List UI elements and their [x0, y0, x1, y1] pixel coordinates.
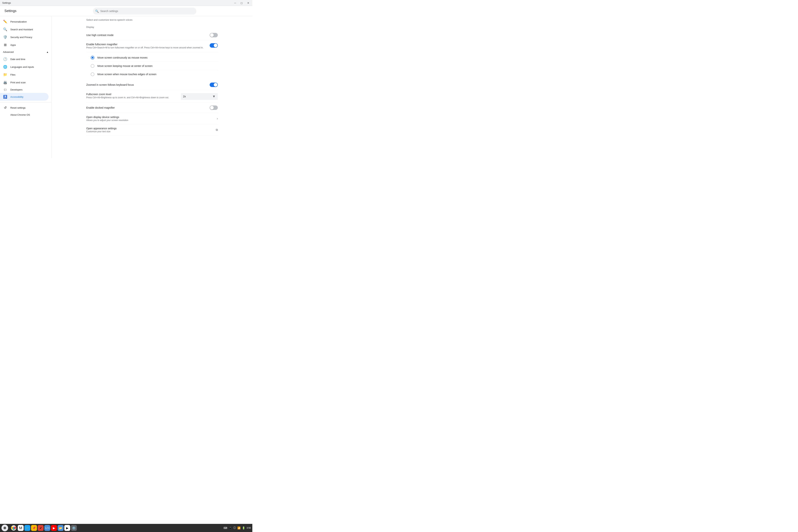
sidebar-item-languages-and-inputs[interactable]: 🌐 Languages and inputs: [0, 63, 49, 71]
fullscreen-magnifier-track[interactable]: [210, 43, 218, 48]
dropdown-arrow-icon: ▼: [212, 95, 215, 98]
sidebar-advanced-section[interactable]: Advanced ▲: [0, 49, 52, 55]
page-title: Settings: [4, 9, 41, 13]
sidebar-item-label: Date and time: [10, 58, 25, 61]
search-nav-icon: 🔍: [3, 27, 7, 32]
magnifier-radio-group: Move screen continuously as mouse moves …: [86, 52, 218, 80]
fullscreen-magnifier-title: Enable fullscreen magnifier: [86, 43, 207, 46]
appearance-row[interactable]: Open appearance settings Customize your …: [86, 124, 218, 136]
search-icon: 🔍: [95, 9, 99, 13]
keyboard-focus-title: Zoomed in screen follows keyboard focus: [86, 83, 207, 86]
sidebar-item-apps[interactable]: ⊞ Apps: [0, 41, 49, 49]
sidebar-item-date-and-time[interactable]: 🕐 Date and time: [0, 55, 49, 63]
display-device-info: Open display device settings Allows you …: [86, 116, 217, 121]
appearance-desc: Customize your text size: [86, 130, 216, 133]
sidebar-item-label: Files: [10, 73, 15, 76]
sidebar-item-label: About Chrome OS: [10, 113, 30, 116]
close-button[interactable]: ✕: [246, 1, 250, 5]
radio-label-2: Move screen when mouse touches edges of …: [97, 73, 156, 76]
sidebar-item-developers[interactable]: ⟨⟩ Developers: [0, 86, 49, 93]
titlebar-title: Settings: [2, 1, 11, 4]
docked-magnifier-title: Enable docked magnifier: [86, 106, 207, 109]
docked-magnifier-thumb: [210, 106, 214, 110]
external-link-icon: ⧉: [216, 128, 218, 132]
radio-move-edges[interactable]: Move screen when mouse touches edges of …: [91, 70, 218, 78]
sidebar-item-label: Reset settings: [10, 107, 25, 109]
sidebar-divider: [0, 102, 52, 102]
high-contrast-track[interactable]: [210, 33, 218, 37]
zoom-level-dropdown[interactable]: 2x ▼: [181, 93, 218, 100]
top-caption: Select and customize text-to-speech voic…: [86, 16, 218, 23]
sidebar-item-security-and-privacy[interactable]: 🛡️ Security and Privacy: [0, 33, 49, 41]
keyboard-focus-thumb: [214, 83, 217, 87]
sidebar-item-about-chrome-os[interactable]: About Chrome OS: [0, 112, 49, 118]
keyboard-focus-toggle[interactable]: [210, 82, 218, 87]
sidebar-item-label: Developers: [10, 88, 22, 91]
radio-circle-1: [91, 64, 94, 68]
chevron-up-icon: ▲: [46, 51, 49, 53]
zoom-level-row: Fullscreen zoom level Press Ctrl+Alt+Bri…: [86, 90, 218, 103]
high-contrast-title: Use high contrast mode: [86, 34, 207, 37]
advanced-label: Advanced: [3, 51, 45, 53]
shield-icon: 🛡️: [3, 35, 7, 39]
high-contrast-row: Use high contrast mode: [86, 30, 218, 40]
radio-circle-2: [91, 72, 94, 76]
titlebar-controls: ─ ◻ ✕: [233, 1, 250, 5]
sidebar-item-label: Languages and inputs: [10, 65, 34, 68]
folder-icon: 📁: [3, 73, 7, 77]
keyboard-focus-row: Zoomed in screen follows keyboard focus: [86, 80, 218, 90]
main-content: Select and customize text-to-speech voic…: [52, 16, 252, 158]
sidebar-item-label: Search and Assistant: [10, 28, 33, 31]
display-section-header: Display: [86, 23, 218, 30]
search-input[interactable]: [93, 7, 196, 15]
sidebar-item-label: Print and scan: [10, 81, 26, 84]
sidebar-item-reset-settings[interactable]: ↺ Reset settings: [0, 104, 49, 112]
docked-magnifier-toggle[interactable]: [210, 106, 218, 110]
sidebar-item-print-and-scan[interactable]: 🖨️ Print and scan: [0, 78, 49, 86]
search-bar: 🔍: [93, 7, 196, 15]
radio-move-center[interactable]: Move screen keeping mouse at center of s…: [91, 62, 218, 70]
sidebar-item-label: Personalization: [10, 20, 27, 23]
globe-icon: 🌐: [3, 65, 7, 69]
printer-icon: 🖨️: [3, 80, 7, 84]
docked-magnifier-track[interactable]: [210, 106, 218, 110]
fullscreen-magnifier-desc: Press Ctrl+Search+M to turn fullscreen m…: [86, 46, 207, 49]
high-contrast-toggle[interactable]: [210, 33, 218, 37]
chevron-right-icon: ›: [217, 117, 218, 120]
sidebar-item-label: Apps: [10, 43, 16, 46]
minimize-button[interactable]: ─: [233, 1, 237, 5]
app-header: Settings 🔍: [0, 6, 252, 16]
fullscreen-magnifier-thumb: [214, 43, 217, 47]
zoom-level-desc: Press Ctrl+Alt+Brightness up to zoom in,…: [86, 96, 178, 99]
fullscreen-magnifier-toggle[interactable]: [210, 43, 218, 48]
apps-icon: ⊞: [3, 43, 7, 47]
fullscreen-magnifier-row: Enable fullscreen magnifier Press Ctrl+S…: [86, 40, 218, 52]
display-device-title: Open display device settings: [86, 116, 217, 119]
accessibility-icon: ♿: [3, 95, 7, 99]
sidebar-item-search-and-assistant[interactable]: 🔍 Search and Assistant: [0, 25, 49, 33]
main-layout: ✏️ Personalization 🔍 Search and Assistan…: [0, 16, 252, 158]
keyboard-focus-track[interactable]: [210, 82, 218, 87]
display-device-desc: Allows you to adjust your screen resolut…: [86, 119, 217, 121]
clock-icon: 🕐: [3, 57, 7, 61]
sidebar-item-files[interactable]: 📁 Files: [0, 71, 49, 78]
pencil-icon: ✏️: [3, 20, 7, 24]
radio-label-1: Move screen keeping mouse at center of s…: [97, 64, 153, 68]
fullscreen-magnifier-info: Enable fullscreen magnifier Press Ctrl+S…: [86, 43, 210, 49]
radio-label-0: Move screen continuously as mouse moves: [97, 56, 148, 59]
zoom-level-title: Fullscreen zoom level: [86, 93, 178, 96]
titlebar: Settings ─ ◻ ✕: [0, 0, 252, 6]
radio-dot-0: [92, 57, 93, 59]
docked-magnifier-info: Enable docked magnifier: [86, 106, 210, 109]
radio-move-continuously[interactable]: Move screen continuously as mouse moves: [91, 54, 218, 62]
high-contrast-info: Use high contrast mode: [86, 34, 210, 37]
sidebar-item-personalization[interactable]: ✏️ Personalization: [0, 18, 49, 25]
sidebar-item-label: Security and Privacy: [10, 36, 32, 39]
sidebar-item-accessibility[interactable]: ♿ Accessibility: [0, 93, 49, 101]
maximize-button[interactable]: ◻: [240, 1, 244, 5]
radio-circle-0: [91, 56, 94, 59]
display-device-row[interactable]: Open display device settings Allows you …: [86, 113, 218, 124]
sidebar-item-label: Accessibility: [10, 95, 23, 98]
high-contrast-thumb: [210, 33, 214, 37]
zoom-level-info: Fullscreen zoom level Press Ctrl+Alt+Bri…: [86, 93, 181, 99]
